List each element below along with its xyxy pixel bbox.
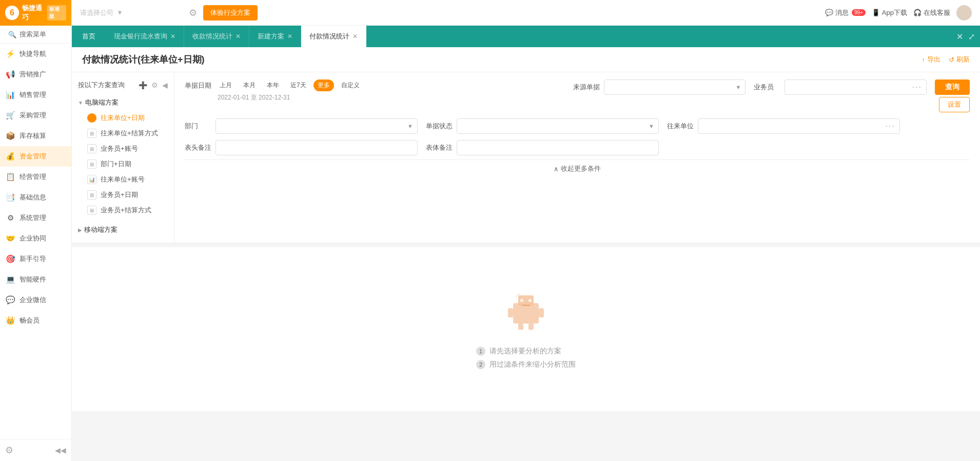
sidebar-item-purchase[interactable]: 🛒 采购管理 bbox=[0, 105, 71, 126]
topbar-settings-icon[interactable]: ⚙ bbox=[189, 7, 197, 18]
dept-label: 部门 bbox=[185, 122, 211, 131]
sidebar-collapse-icon[interactable]: ◀◀ bbox=[55, 446, 66, 454]
scheme-item-unit-settle[interactable]: ⊞ 往来单位+结算方式 bbox=[72, 126, 174, 141]
sidebar-item-management[interactable]: 📋 经营管理 bbox=[0, 167, 71, 187]
search-menu[interactable]: 🔍 搜索菜单 bbox=[0, 26, 71, 44]
refresh-btn[interactable]: ↺ 刷新 bbox=[949, 55, 970, 64]
tabbar: 首页 现金银行流水查询 ✕ 收款情况统计 ✕ 新建方案 ✕ 付款情况统计 ✕ ✕… bbox=[72, 26, 980, 47]
scheme-item-salesman-settle-label: 业务员+结算方式 bbox=[101, 206, 151, 215]
export-icon: ↑ bbox=[922, 56, 926, 64]
sidebar-item-enterprise[interactable]: 🤝 企业协同 bbox=[0, 228, 71, 249]
doc-status-select[interactable]: ▼ bbox=[457, 118, 659, 134]
sidebar-icon-hardware: 💻 bbox=[5, 274, 15, 285]
sidebar-item-sales[interactable]: 📊 销售管理 bbox=[0, 85, 71, 105]
source-select[interactable]: ▼ bbox=[604, 79, 746, 95]
date-opt-custom[interactable]: 自定义 bbox=[337, 79, 364, 91]
sidebar-icon-finance: 💰 bbox=[5, 151, 15, 162]
tab-bank-flow-close[interactable]: ✕ bbox=[170, 33, 175, 40]
sidebar-label-basic-info: 基础信息 bbox=[19, 193, 46, 202]
scheme-add-btn[interactable]: ➕ bbox=[139, 81, 147, 89]
filter-panel: 按以下方案查询 ➕ ⚙ ◀ ▼ 电脑端方案 往来单位+日期 bbox=[72, 72, 980, 243]
tabbar-actions: ✕ ⤢ bbox=[956, 32, 980, 42]
date-range-text: 2022-01-01 至 2022-12-31 bbox=[218, 94, 290, 101]
sidebar-item-basic-info[interactable]: 📑 基础信息 bbox=[0, 187, 71, 208]
message-badge: 99+ bbox=[852, 9, 866, 16]
scheme-item-salesman-settle[interactable]: ⊞ 业务员+结算方式 bbox=[72, 203, 174, 218]
tab-close-all-icon[interactable]: ✕ bbox=[956, 32, 963, 42]
sidebar-item-wechat[interactable]: 💬 企业微信 bbox=[0, 290, 71, 310]
settings-btn[interactable]: 设置 bbox=[939, 97, 970, 112]
source-select-arrow: ▼ bbox=[735, 84, 741, 90]
scheme-group-desktop: ▼ 电脑端方案 往来单位+日期 ⊞ 往来单位+结算方式 ⊞ 业务员+账号 bbox=[72, 95, 174, 218]
scheme-item-unit-account[interactable]: 📊 往来单位+账号 bbox=[72, 172, 174, 187]
tab-maximize-icon[interactable]: ⤢ bbox=[968, 32, 975, 42]
sidebar-item-system[interactable]: ⚙ 系统管理 bbox=[0, 208, 71, 228]
export-btn[interactable]: ↑ 导出 bbox=[922, 55, 941, 64]
sidebar-item-finance[interactable]: 💰 资金管理 bbox=[0, 146, 71, 167]
scheme-item-unit-settle-icon: ⊞ bbox=[87, 129, 96, 138]
sidebar-item-member[interactable]: 👑 畅会员 bbox=[0, 310, 71, 331]
source-label: 来源单据 bbox=[573, 83, 600, 92]
company-selector[interactable]: 请选择公司 ▼ bbox=[80, 8, 183, 17]
scheme-header-actions: ➕ ⚙ ◀ bbox=[139, 81, 168, 89]
scheme-group-desktop-title[interactable]: ▼ 电脑端方案 bbox=[72, 95, 174, 110]
date-opt-7days[interactable]: 近7天 bbox=[286, 79, 310, 91]
tab-payment-stats[interactable]: 付款情况统计 ✕ bbox=[301, 26, 366, 47]
message-icon: 💬 bbox=[825, 9, 833, 16]
tab-payment-stats-label: 付款情况统计 bbox=[309, 32, 349, 41]
tab-home[interactable]: 首页 bbox=[72, 26, 106, 47]
refresh-label: 刷新 bbox=[956, 55, 970, 64]
online-service-btn[interactable]: 🎧 在线客服 bbox=[913, 8, 950, 17]
unit-select[interactable]: ··· bbox=[698, 118, 900, 134]
scheme-item-salesman-date[interactable]: ⊞ 业务员+日期 bbox=[72, 187, 174, 203]
empty-tip-1: 1 请先选择要分析的方案 bbox=[476, 347, 576, 356]
app-download-btn[interactable]: 📱 App下载 bbox=[872, 8, 907, 17]
sidebar-label-enterprise: 企业协同 bbox=[19, 234, 46, 243]
sidebar-item-hardware[interactable]: 💻 智能硬件 bbox=[0, 269, 71, 290]
salesman-dots-icon: ··· bbox=[912, 83, 922, 92]
scheme-item-salesman-account[interactable]: ⊞ 业务员+账号 bbox=[72, 141, 174, 156]
scheme-group-mobile-title[interactable]: ▶ 移动端方案 bbox=[72, 222, 174, 237]
header-note-input[interactable] bbox=[215, 140, 418, 155]
tab-receipt-stats-close[interactable]: ✕ bbox=[236, 33, 241, 40]
date-opt-this-year[interactable]: 本年 bbox=[263, 79, 283, 91]
tab-new-scheme-close[interactable]: ✕ bbox=[287, 33, 292, 40]
tab-new-scheme[interactable]: 新建方案 ✕ bbox=[249, 26, 301, 47]
sidebar-header: 6 畅捷通巧 标准版 bbox=[0, 0, 71, 26]
header-note-label: 表头备注 bbox=[185, 143, 211, 152]
svg-rect-6 bbox=[539, 308, 544, 317]
dept-select[interactable]: ▼ bbox=[215, 118, 418, 134]
version-badge: 标准版 bbox=[47, 5, 66, 21]
user-avatar[interactable] bbox=[956, 5, 972, 21]
query-btn[interactable]: 查询 bbox=[935, 79, 970, 95]
sidebar-label-finance: 资金管理 bbox=[19, 152, 46, 161]
sidebar-icon-enterprise: 🤝 bbox=[5, 233, 15, 244]
svg-rect-5 bbox=[508, 308, 513, 317]
sidebar-item-quick-nav[interactable]: ⚡ 快捷导航 bbox=[0, 44, 71, 64]
tab-payment-stats-close[interactable]: ✕ bbox=[352, 33, 358, 40]
topbar: 请选择公司 ▼ ⚙ 体验行业方案 💬 消息 99+ 📱 App下载 🎧 在线客服 bbox=[72, 0, 980, 26]
sidebar-item-inventory[interactable]: 📦 库存核算 bbox=[0, 126, 71, 146]
salesman-select[interactable]: ··· bbox=[785, 79, 927, 95]
date-opt-this-month[interactable]: 本月 bbox=[239, 79, 260, 91]
date-opt-more[interactable]: 更多 bbox=[313, 79, 334, 91]
sidebar-item-guide[interactable]: 🎯 新手引导 bbox=[0, 249, 71, 269]
scheme-item-unit-account-label: 往来单位+账号 bbox=[101, 175, 145, 184]
main-area: 请选择公司 ▼ ⚙ 体验行业方案 💬 消息 99+ 📱 App下载 🎧 在线客服… bbox=[72, 0, 980, 461]
empty-tip-2: 2 用过滤条件来缩小分析范围 bbox=[476, 360, 576, 369]
scheme-item-dept-date[interactable]: ⊞ 部门+日期 bbox=[72, 156, 174, 172]
tab-bank-flow[interactable]: 现金银行流水查询 ✕ bbox=[106, 26, 184, 47]
scheme-item-unit-date[interactable]: 往来单位+日期 bbox=[72, 110, 174, 126]
body-note-input[interactable] bbox=[457, 140, 659, 155]
collapse-btn[interactable]: ∧ 收起更多条件 bbox=[185, 159, 970, 177]
page-title: 付款情况统计(往来单位+日期) bbox=[82, 53, 205, 66]
scheme-collapse-btn[interactable]: ◀ bbox=[162, 81, 168, 89]
sidebar-item-marketing[interactable]: 📢 营销推广 bbox=[0, 64, 71, 85]
trial-btn[interactable]: 体验行业方案 bbox=[203, 5, 258, 21]
tab-receipt-stats[interactable]: 收款情况统计 ✕ bbox=[184, 26, 249, 47]
sidebar-icon-guide: 🎯 bbox=[5, 254, 15, 264]
message-btn[interactable]: 💬 消息 99+ bbox=[825, 8, 866, 17]
date-opt-last-month[interactable]: 上月 bbox=[215, 79, 236, 91]
scheme-settings-btn[interactable]: ⚙ bbox=[151, 81, 158, 89]
sidebar-settings-icon[interactable]: ⚙ bbox=[5, 445, 13, 456]
